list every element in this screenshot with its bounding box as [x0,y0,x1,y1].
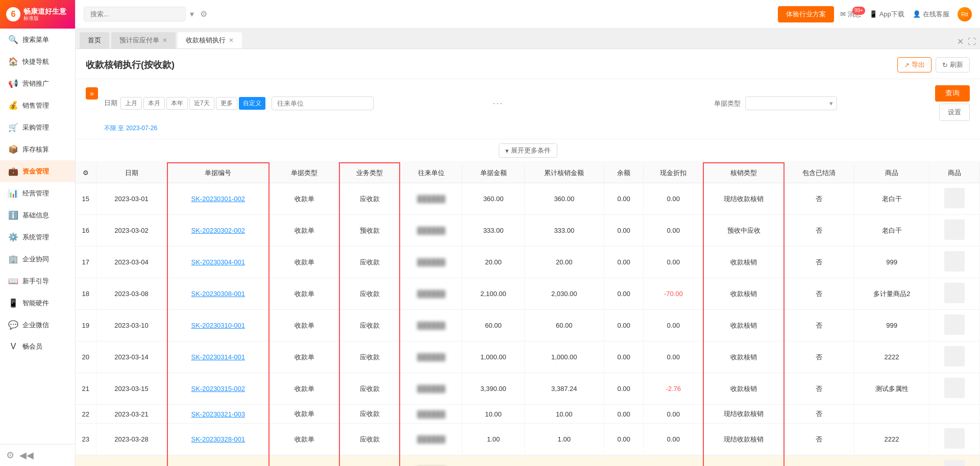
filter-expand-button[interactable]: » [86,87,98,100]
cell-balance: 0.00 [604,373,643,405]
sidebar-item-finance[interactable]: 💼 资金管理 [0,160,75,182]
th-cancel-amount: 累计核销金额 [524,163,604,183]
cell-partner: ██████ [400,183,462,215]
cell-product-img [929,247,980,278]
user-avatar[interactable]: Rit [958,7,972,21]
cell-product-img [929,373,980,405]
docno-link[interactable]: SK-20230321-003 [191,410,246,418]
cell-balance: 0.00 [604,341,643,373]
settings-col-icon[interactable]: ⚙ [83,169,89,177]
tab-receipt-close-icon[interactable]: ✕ [229,37,234,44]
cell-date: 2023-03-02 [96,215,167,247]
cell-include-settled: 否 [784,424,854,455]
settings-topbar-icon[interactable]: ⚙ [200,9,207,19]
sales-icon: 💰 [8,101,18,110]
sidebar-item-label: 经营管理 [22,189,49,198]
sidebar-item-basic[interactable]: ℹ️ 基础信息 [0,204,75,226]
message-button[interactable]: ✉ 消息 99+ [840,10,861,19]
cell-balance: 0.00 [604,310,643,341]
docno-link[interactable]: SK-20230308-001 [191,290,246,298]
th-amount: 单据金额 [462,163,524,183]
refresh-button[interactable]: ↻ 刷新 [936,57,970,72]
partner-filter-input[interactable] [272,96,374,110]
docno-link[interactable]: SK-20230301-002 [191,195,246,203]
tab-home[interactable]: 首页 [80,32,109,48]
cell-biztype: 预收款 [339,215,400,247]
date-btn-more[interactable]: 更多 [216,97,237,110]
sidebar: 6 畅康道好生意 标准版 🔍 搜索菜单 🏠 快捷导航 📢 营销推广 💰 销售管理… [0,0,76,466]
date-btn-7days[interactable]: 近7天 [189,97,214,110]
table-header: ⚙ 日期 单据编号 单据类型 业务类型 往来单位 单据金额 累计核销金额 余额 … [76,163,980,183]
sidebar-item-ops[interactable]: 📊 经营管理 [0,182,75,204]
filter-setting-button[interactable]: 设置 [939,104,970,121]
doctype-filter-group: 单据类型 ▾ [714,96,929,110]
tab-payment[interactable]: 预计应应付单 ✕ [111,32,176,48]
cell-cash-discount: 0.00 [644,215,704,247]
tabbar: 首页 预计应应付单 ✕ 收款核销执行 ✕ ✕ ⛶ [76,29,980,49]
sidebar-item-label: 智能硬件 [22,299,49,308]
maximize-icon[interactable]: ⛶ [968,37,976,46]
cell-include-settled: 否 [784,278,854,310]
docno-link[interactable]: SK-20230314-001 [191,353,246,361]
docno-link[interactable]: SK-20230302-002 [191,227,246,234]
expand-more-button[interactable]: ▾ 展开更多条件 [499,143,557,158]
topbar-search-input[interactable] [84,7,186,21]
sidebar-item-marketing[interactable]: 📢 营销推广 [0,72,75,94]
cell-doctype: 收款单 [269,247,339,278]
table-row: 21 2023-03-15 SK-20230315-002 收款单 应收款 ██… [76,373,980,405]
cell-amount: 3,390.00 [462,373,524,405]
service-icon: 👤 [913,10,921,18]
sidebar-item-purchase[interactable]: 🛒 采购管理 [0,116,75,138]
cell-product: 999 [854,310,929,341]
cell-product: 测试多属性 [854,373,929,405]
query-button[interactable]: 查询 [935,85,970,102]
collapse-icon[interactable]: ◀◀ [19,450,34,461]
filter-bar: » 日期 上月 本月 本年 近7天 更多 自定义 [76,79,980,139]
cell-cancel-amount: 1,000.00 [524,341,604,373]
cell-doctype: 收款单 [269,215,339,247]
sidebar-item-wechat[interactable]: 💬 企业微信 [0,314,75,336]
cell-partner: ██████ [400,278,462,310]
docno-link[interactable]: SK-20230310-001 [191,322,246,329]
export-button[interactable]: ↗ 导出 [897,57,932,72]
doctype-select[interactable] [745,96,837,110]
tab-receipt[interactable]: 收款核销执行 ✕ [178,32,242,48]
tab-payment-close-icon[interactable]: ✕ [162,37,167,44]
date-btn-this-month[interactable]: 本月 [143,97,165,110]
sidebar-item-quicknav[interactable]: 🏠 快捷导航 [0,51,75,72]
sidebar-item-guide[interactable]: 📖 新手引导 [0,270,75,292]
sidebar-item-member[interactable]: V 畅会员 [0,336,75,357]
cell-date: 2023-03-21 [96,405,167,424]
industry-solution-button[interactable]: 体验行业方案 [778,6,834,22]
sidebar-item-hardware[interactable]: 📱 智能硬件 [0,292,75,314]
date-btn-custom[interactable]: 自定义 [239,97,265,110]
docno-link[interactable]: SK-20230328-001 [191,435,246,443]
sidebar-item-search[interactable]: 🔍 搜索菜单 [0,29,75,51]
cell-partner: ██████ [400,405,462,424]
sidebar-item-label: 采购管理 [22,123,49,132]
page-inner: 收款核销执行(按收款) ↗ 导出 ↻ 刷新 » [76,49,980,466]
finance-icon: 💼 [8,166,18,176]
cell-balance: 0.00 [604,405,643,424]
cell-biztype: 应收款 [339,183,400,215]
docno-link[interactable]: SK-20230315-002 [191,385,246,393]
close-all-tabs-icon[interactable]: ✕ [957,37,964,46]
date-btn-last-month[interactable]: 上月 [120,97,142,110]
th-doctype: 单据类型 [269,163,339,183]
cell-cancel-amount: 333.00 [524,215,604,247]
date-btn-this-year[interactable]: 本年 [166,97,188,110]
online-service-button[interactable]: 👤 在线客服 [913,10,949,19]
app-download-button[interactable]: 📱 App下载 [869,10,904,19]
sidebar-item-system[interactable]: ⚙️ 系统管理 [0,226,75,248]
sidebar-item-enterprise[interactable]: 🏢 企业协同 [0,248,75,270]
docno-link[interactable]: SK-20230304-001 [191,258,246,266]
sidebar-item-label: 畅会员 [22,342,42,351]
date-range-display: 不限 至 2023-07-26 [104,124,157,133]
cell-cancel-type: 收款核销 [703,310,784,341]
settings-bottom-icon[interactable]: ⚙ [6,450,14,461]
cell-include-settled: 否 [784,183,854,215]
tab-home-label: 首页 [88,36,101,45]
sidebar-item-sales[interactable]: 💰 销售管理 [0,94,75,116]
sidebar-item-inventory[interactable]: 📦 库存核算 [0,138,75,160]
cell-cancel-type: 收款核销 [703,373,784,405]
